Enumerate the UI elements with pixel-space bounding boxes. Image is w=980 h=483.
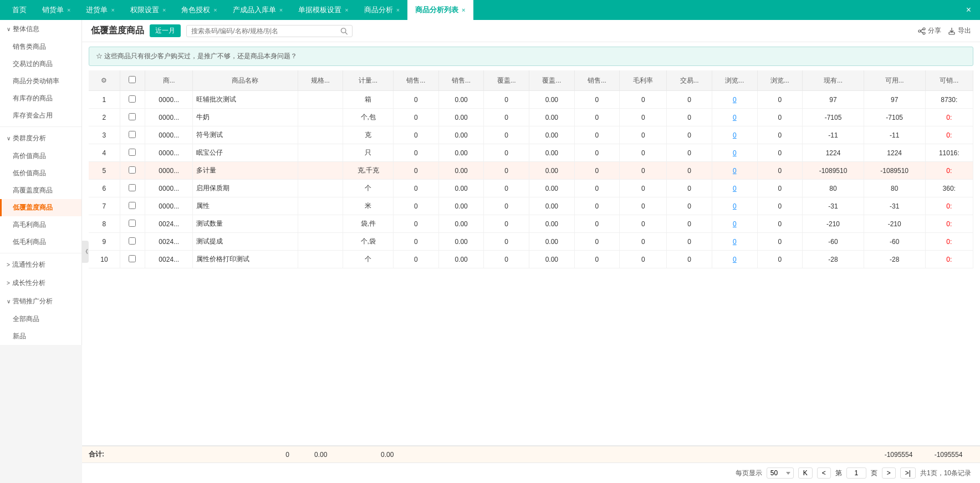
nav-tab-purchase[interactable]: 进货单 ×	[78, 0, 122, 20]
table-row: 90024...测试提成个,袋00.0000.0000000-60-600:	[89, 233, 973, 251]
expand-icon: ∨	[7, 26, 11, 32]
data-table: ⚙ 商... 商品名称 规格... 计量... 销售... 销售... 覆盖..…	[89, 70, 973, 268]
col-saleable: 可销...	[925, 70, 973, 91]
nav-tab-permission[interactable]: 权限设置 ×	[122, 0, 173, 20]
sidebar-item-category-rate[interactable]: 商品分类动销率	[0, 73, 81, 90]
col-sales-amt: 销售...	[438, 70, 484, 91]
export-button[interactable]: 导出	[948, 26, 971, 35]
sidebar-item-new-products[interactable]: 新品	[0, 328, 81, 345]
col-browse1: 浏览...	[712, 70, 757, 91]
col-gross-margin: 毛利率	[620, 70, 667, 91]
sidebar-item-sales-products[interactable]: 销售类商品	[0, 38, 81, 55]
main-layout: ∨ 整体信息 销售类商品 交易过的商品 商品分类动销率 有库存的商品 库存资金占…	[0, 20, 980, 483]
total-label: 合计:	[89, 450, 160, 459]
sidebar-section-cluster[interactable]: ∨ 类群度分析	[0, 129, 81, 148]
nav-tab-production[interactable]: 产成品入库单 ×	[225, 0, 290, 20]
close-all-tabs-button[interactable]: ×	[962, 5, 976, 15]
nav-tab-product-analysis-list[interactable]: 商品分析列表 ×	[407, 0, 473, 20]
sidebar-item-all-products[interactable]: 全部商品	[0, 311, 81, 328]
page-label2: 页	[871, 469, 877, 478]
sidebar-item-low-coverage[interactable]: 低覆盖度商品	[0, 199, 81, 216]
sidebar-section-flow[interactable]: > 流通性分析	[0, 256, 81, 274]
select-all-checkbox[interactable]	[129, 76, 136, 83]
period-button[interactable]: 近一月	[150, 24, 181, 37]
close-icon[interactable]: ×	[111, 7, 114, 13]
svg-point-2	[923, 28, 925, 30]
close-icon[interactable]: ×	[462, 7, 465, 13]
info-banner: ☆ 这些商品只有很少客户购买过，是推广不够，还是商品本身问题？	[89, 47, 973, 66]
table-footer: 合计: 0 0.00 0.00 -1095554 -1095554	[82, 445, 980, 462]
col-unit: 计量...	[343, 70, 394, 91]
nav-tab-template[interactable]: 单据模板设置 ×	[290, 0, 356, 20]
sidebar-item-in-stock[interactable]: 有库存的商品	[0, 90, 81, 107]
close-icon[interactable]: ×	[213, 7, 217, 13]
col-trade: 交易...	[667, 70, 712, 91]
page-size-select[interactable]: 50 20 100	[767, 467, 794, 479]
svg-point-4	[918, 30, 921, 32]
first-page-button[interactable]: K	[798, 467, 813, 479]
close-icon[interactable]: ×	[279, 7, 283, 13]
sidebar-item-high-coverage[interactable]: 高覆盖度商品	[0, 182, 81, 199]
sidebar-item-high-margin[interactable]: 高毛利商品	[0, 216, 81, 233]
sidebar-item-high-value[interactable]: 高价值商品	[0, 148, 81, 165]
page-label: 第	[835, 469, 842, 478]
share-button[interactable]: 分享	[918, 26, 941, 35]
expand-icon: >	[7, 280, 10, 286]
svg-point-3	[923, 32, 925, 34]
sidebar-item-low-value[interactable]: 低价值商品	[0, 165, 81, 182]
svg-line-6	[921, 31, 923, 32]
sidebar-section-growth[interactable]: > 成长性分析	[0, 274, 81, 292]
sidebar: ∨ 整体信息 销售类商品 交易过的商品 商品分类动销率 有库存的商品 库存资金占…	[0, 20, 82, 345]
nav-tab-sales[interactable]: 销货单 ×	[34, 0, 78, 20]
svg-line-1	[345, 32, 347, 34]
pagination-info: 共1页，10条记录	[920, 469, 971, 478]
col-spec: 规格...	[298, 70, 343, 91]
table-row: 60000...启用保质期个00.0000.00000008080360:	[89, 180, 973, 197]
col-settings[interactable]: ⚙	[89, 70, 120, 91]
header-actions: 分享 导出	[918, 26, 971, 35]
prev-page-button[interactable]: <	[817, 467, 831, 479]
total-available: -1095554	[923, 451, 973, 459]
nav-tab-home[interactable]: 首页	[4, 0, 34, 20]
export-icon	[948, 27, 956, 35]
svg-line-5	[921, 29, 923, 30]
table-container[interactable]: ⚙ 商... 商品名称 规格... 计量... 销售... 销售... 覆盖..…	[82, 70, 980, 445]
sidebar-section-overall[interactable]: ∨ 整体信息	[0, 20, 81, 38]
sidebar-section-marketing[interactable]: ∨ 营销推广分析	[0, 292, 81, 311]
nav-tab-product-analysis[interactable]: 商品分析 ×	[356, 0, 407, 20]
page-number-input[interactable]	[846, 467, 866, 479]
table-row: 100024...属性价格打印测试个00.0000.0000000-28-280…	[89, 251, 973, 268]
total-sales-amt: 0.00	[304, 451, 338, 459]
settings-icon[interactable]: ⚙	[99, 75, 110, 86]
sidebar-wrapper: ∨ 整体信息 销售类商品 交易过的商品 商品分类动销率 有库存的商品 库存资金占…	[0, 20, 82, 483]
table-row: 20000...牛奶个,包00.0000.0000000-7105-71050:	[89, 109, 973, 126]
col-name: 商品名称	[193, 70, 298, 91]
col-available: 可用...	[864, 70, 925, 91]
close-icon[interactable]: ×	[345, 7, 348, 13]
sidebar-item-inventory-capital[interactable]: 库存资金占用	[0, 107, 81, 124]
divider	[0, 126, 81, 127]
col-sales-qty: 销售...	[394, 70, 439, 91]
close-icon[interactable]: ×	[162, 7, 166, 13]
col-checkbox[interactable]	[120, 70, 145, 91]
col-stock: 现有...	[803, 70, 864, 91]
close-icon[interactable]: ×	[396, 7, 400, 13]
total-stock: -1095554	[874, 451, 923, 459]
divider	[0, 253, 81, 253]
table-row: 70000...属性米00.0000.0000000-31-310:	[89, 197, 973, 215]
content-area: 低覆盖度商品 近一月 分享 导出	[82, 20, 980, 483]
share-icon	[918, 27, 926, 35]
search-input[interactable]	[191, 27, 338, 35]
table-row: 30000...符号测试克00.0000.0000000-11-110:	[89, 126, 973, 144]
nav-tab-role[interactable]: 角色授权 ×	[173, 0, 224, 20]
close-icon[interactable]: ×	[67, 7, 70, 13]
col-cover2: 覆盖...	[529, 70, 575, 91]
last-page-button[interactable]: >|	[900, 467, 916, 479]
sidebar-collapse-button[interactable]: 《	[82, 241, 89, 263]
content-header: 低覆盖度商品 近一月 分享 导出	[82, 20, 980, 42]
search-icon[interactable]	[340, 27, 348, 35]
sidebar-item-traded-products[interactable]: 交易过的商品	[0, 55, 81, 73]
next-page-button[interactable]: >	[882, 467, 896, 479]
sidebar-item-low-margin[interactable]: 低毛利商品	[0, 233, 81, 251]
search-box	[186, 25, 353, 37]
